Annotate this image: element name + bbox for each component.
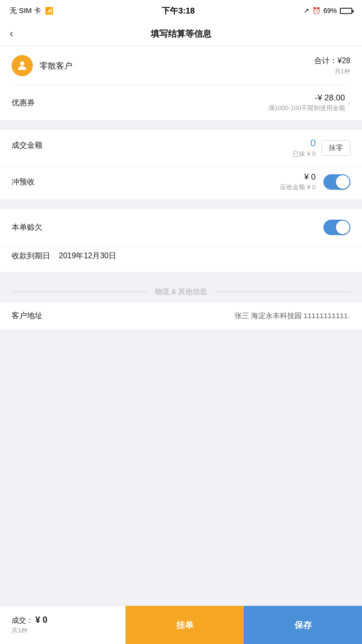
main-content: 零散客户 合计：¥28 共1种 优惠券 -¥ 28.00 满1000-100不限…	[0, 46, 362, 470]
prepay-row: 冲预收 ¥ 0 应收金额 ¥ 0	[0, 166, 362, 199]
user-icon	[16, 59, 28, 72]
avatar	[12, 55, 33, 76]
battery-percent: 69%	[323, 7, 337, 14]
logistics-header: 物流 & 其他信息	[0, 281, 362, 302]
customer-row: 零散客户 合计：¥28 共1种	[0, 46, 362, 85]
bottom-deal-line: 成交： ¥ 0	[12, 615, 114, 625]
credit-toggle-knob	[336, 221, 349, 234]
customer-totals: 合计：¥28 共1种	[314, 56, 350, 76]
bottom-summary: 成交： ¥ 0 共1种	[0, 615, 125, 635]
prepay-sub: 应收金额 ¥ 0	[280, 183, 316, 192]
credit-toggle[interactable]	[323, 220, 350, 235]
due-label-text: 收款到期日	[12, 252, 50, 260]
due-date-label: 收款到期日 2019年12月30日	[12, 252, 116, 260]
chevron-right-icon: ›	[348, 98, 350, 107]
prepay-value: ¥ 0	[280, 172, 316, 182]
section-separator-2	[0, 204, 362, 209]
wifi-icon: 📶	[45, 7, 53, 14]
prepay-label: 冲预收	[12, 177, 35, 187]
due-date-row: 收款到期日 2019年12月30日	[0, 246, 362, 272]
status-left: 无 SIM 卡 📶	[10, 6, 53, 15]
status-bar: 无 SIM 卡 📶 下午3:18 ↗ ⏰ 69%	[0, 0, 362, 21]
coupon-info: -¥ 28.00 满1000-100不限制使用金额	[268, 93, 345, 112]
amount-section: 成交金额 0 已抹 ¥ 0 抹零 冲预收 ¥ 0 应收金额 ¥ 0	[0, 130, 362, 199]
battery-icon	[340, 8, 352, 14]
page-title: 填写结算等信息	[151, 28, 211, 40]
logistics-title: 物流 & 其他信息	[147, 287, 215, 296]
hold-button[interactable]: 挂单	[125, 606, 244, 644]
empty-space	[0, 330, 362, 426]
section-separator-3	[0, 277, 362, 281]
prepay-amounts: ¥ 0 应收金额 ¥ 0	[280, 172, 316, 192]
line-left	[12, 292, 147, 292]
amount-input-area: 0 已抹 ¥ 0	[292, 138, 316, 158]
coupon-description: 满1000-100不限制使用金额	[268, 104, 345, 112]
nav-bar: ‹ 填写结算等信息	[0, 21, 362, 46]
svg-point-0	[20, 61, 25, 66]
line-right	[215, 292, 350, 292]
location-icon: ↗	[304, 7, 309, 14]
customer-name: 零散客户	[40, 60, 72, 71]
coupon-discount: -¥ 28.00	[268, 93, 345, 103]
section-separator-1	[0, 125, 362, 130]
due-date-value: 2019年12月30日	[59, 252, 116, 260]
address-label: 客户地址	[12, 311, 42, 321]
alarm-icon: ⏰	[312, 7, 320, 14]
total-amount: 合计：¥28	[314, 56, 350, 66]
amount-sub: 已抹 ¥ 0	[292, 150, 316, 158]
address-row[interactable]: 客户地址 张三 海淀永丰科技园 11111111111 ›	[0, 302, 362, 330]
coupon-row[interactable]: 优惠券 -¥ 28.00 满1000-100不限制使用金额 ›	[0, 85, 362, 120]
toggle-knob	[336, 175, 349, 189]
customer-left: 零散客户	[12, 55, 72, 76]
prepay-toggle[interactable]	[323, 174, 350, 190]
back-button[interactable]: ‹	[10, 28, 13, 40]
amount-value[interactable]: 0	[292, 138, 316, 149]
carrier-text: 无 SIM 卡	[10, 6, 41, 15]
credit-card: 本单赊欠 收款到期日 2019年12月30日	[0, 209, 362, 272]
status-time: 下午3:18	[162, 5, 195, 16]
logistics-section: 物流 & 其他信息 客户地址 张三 海淀永丰科技园 11111111111 ›	[0, 281, 362, 330]
address-value: 张三 海淀永丰科技园 11111111111	[52, 311, 348, 321]
round-button[interactable]: 抹零	[321, 140, 350, 156]
transaction-amount-row: 成交金额 0 已抹 ¥ 0 抹零	[0, 130, 362, 166]
bottom-bar: 成交： ¥ 0 共1种 挂单 保存	[0, 605, 362, 644]
credit-label: 本单赊欠	[12, 223, 42, 233]
save-button[interactable]: 保存	[244, 606, 362, 644]
amount-label: 成交金额	[12, 138, 42, 151]
customer-card: 零散客户 合计：¥28 共1种 优惠券 -¥ 28.00 满1000-100不限…	[0, 46, 362, 120]
bottom-count: 共1种	[12, 626, 114, 635]
coupon-right: -¥ 28.00 满1000-100不限制使用金额 ›	[268, 93, 350, 112]
prepay-right: ¥ 0 应收金额 ¥ 0	[280, 172, 350, 192]
coupon-label: 优惠券	[12, 98, 35, 108]
status-right: ↗ ⏰ 69%	[304, 7, 352, 14]
credit-row: 本单赊欠	[0, 209, 362, 246]
amount-right: 0 已抹 ¥ 0 抹零	[292, 138, 350, 158]
deal-amount: ¥ 0	[35, 615, 47, 625]
total-count: 共1种	[314, 67, 350, 76]
deal-label: 成交：	[12, 616, 33, 624]
address-chevron-icon: ›	[348, 312, 350, 321]
